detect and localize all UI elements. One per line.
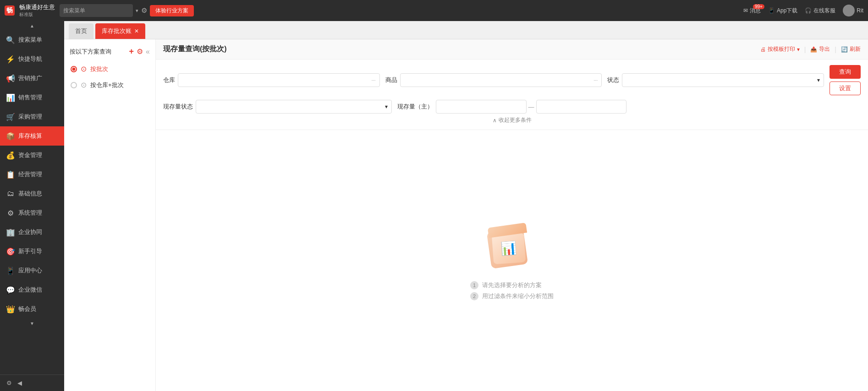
query-button[interactable]: 查询: [830, 65, 861, 79]
inventory-icon: 📦: [6, 132, 15, 140]
dropdown-arrow-icon[interactable]: ▾: [136, 8, 138, 14]
filter-scheme-label: 按批次: [90, 65, 108, 73]
sidebar-item-shortcut[interactable]: ⚡ 快捷导航: [0, 49, 64, 69]
empty-hint-1: 1 请先选择要分析的方案: [470, 281, 554, 289]
filter-radio-inactive: [71, 82, 77, 88]
status-select[interactable]: ▾: [622, 73, 824, 87]
export-label: 导出: [819, 45, 830, 53]
sidebar-bottom: ⚙ ◀: [0, 375, 64, 391]
message-badge: 99+: [753, 4, 764, 9]
filter-collapse-icon[interactable]: «: [146, 48, 150, 56]
shortcut-icon: ⚡: [6, 55, 15, 63]
action-divider2: |: [835, 46, 836, 53]
sidebar: ▲ 🔍 搜索菜单 ⚡ 快捷导航 📢 营销推广 📊 销售管理 🛒 采购管理 📦 库…: [0, 21, 64, 391]
sidebar-item-label: 资金管理: [18, 151, 42, 159]
tab-bar: 首页 库存批次账 ✕: [64, 21, 868, 39]
filter-add-icon[interactable]: +: [129, 47, 134, 56]
online-service-button[interactable]: 🎧 在线客服: [805, 7, 835, 15]
collapse-conditions-button[interactable]: ∧ 收起更多条件: [163, 114, 861, 124]
hint-num-1: 1: [470, 281, 478, 289]
search-conditions: 仓库 ··· 商品 ···: [156, 60, 868, 130]
condition-product: 商品 ···: [385, 73, 602, 87]
settings-button[interactable]: 设置: [830, 81, 861, 95]
search-placeholder: 搜索菜单: [63, 7, 85, 15]
sidebar-collapse-icon[interactable]: ◀: [17, 380, 22, 386]
sidebar-settings-icon[interactable]: ⚙: [6, 380, 12, 386]
stock-qty-min-input[interactable]: [436, 100, 526, 114]
stock-qty-max-input[interactable]: [536, 100, 626, 114]
export-icon: 📤: [810, 46, 817, 53]
status-label: 状态: [607, 76, 619, 84]
sidebar-item-label: 采购管理: [18, 113, 42, 121]
user-name: Rit: [857, 7, 863, 14]
empty-hint-2: 2 用过滤条件来缩小分析范围: [470, 292, 554, 300]
export-button[interactable]: 📤 导出: [810, 45, 830, 53]
warehouse-input[interactable]: ···: [178, 73, 380, 87]
tab-home[interactable]: 首页: [69, 23, 93, 39]
appcenter-icon: 📱: [6, 266, 15, 275]
action-divider: |: [804, 46, 806, 53]
finance-icon: 💰: [6, 151, 15, 159]
sidebar-scroll-down[interactable]: ▼: [0, 319, 64, 328]
filter-scheme-by-batch[interactable]: ⊙ 按批次: [64, 61, 155, 77]
message-icon: ✉: [743, 7, 748, 14]
user-avatar-button[interactable]: Rit: [843, 5, 863, 16]
sidebar-item-purchase[interactable]: 🛒 采购管理: [0, 107, 64, 126]
page-title: 现存量查询(按批次): [163, 44, 756, 54]
trial-button[interactable]: 体验行业方案: [150, 5, 194, 16]
stock-status-select[interactable]: ▾: [196, 100, 392, 114]
print-label: 按模板打印: [768, 45, 795, 53]
condition-status: 状态 ▾: [607, 73, 824, 87]
sidebar-item-appcenter[interactable]: 📱 应用中心: [0, 261, 64, 280]
sidebar-item-sales[interactable]: 📊 销售管理: [0, 88, 64, 107]
collapse-icon: ∧: [493, 117, 497, 124]
filter-settings-icon[interactable]: ⚙: [137, 47, 143, 56]
sidebar-item-basics[interactable]: 🗂 基础信息: [0, 184, 64, 203]
conditions-row-2: 现存量状态 ▾ 现存量（主） —: [163, 100, 861, 114]
stock-status-dropdown-icon: ▾: [385, 103, 388, 110]
print-icon: 🖨: [760, 46, 766, 53]
sidebar-item-marketing[interactable]: 📢 营销推广: [0, 69, 64, 88]
sidebar-item-enterprise[interactable]: 🏢 企业协同: [0, 223, 64, 242]
tab-home-label: 首页: [75, 27, 87, 35]
tab-inventory-batch[interactable]: 库存批次账 ✕: [95, 23, 145, 39]
print-button[interactable]: 🖨 按模板打印 ▾: [760, 45, 800, 53]
brand-name: 畅康通好生意: [19, 3, 55, 11]
online-service-label: 在线客服: [813, 7, 835, 15]
hint-text-2: 用过滤条件来缩小分析范围: [482, 292, 554, 300]
condition-stock-status: 现存量状态 ▾: [163, 100, 392, 114]
sidebar-item-label: 销售管理: [18, 93, 42, 102]
stock-status-label: 现存量状态: [163, 103, 193, 111]
wechat-icon: 💬: [6, 286, 15, 294]
product-more-icon[interactable]: ···: [593, 77, 598, 83]
sidebar-item-search[interactable]: 🔍 搜索菜单: [0, 30, 64, 49]
filter-scheme-by-warehouse-batch[interactable]: ⊙ 按仓库+批次: [64, 77, 155, 93]
sidebar-item-system[interactable]: ⚙ 系统管理: [0, 203, 64, 223]
member-icon: 👑: [6, 305, 15, 313]
sidebar-item-label: 搜索菜单: [18, 36, 42, 44]
conditions-row-1: 仓库 ··· 商品 ···: [163, 65, 861, 95]
empty-hints: 1 请先选择要分析的方案 2 用过滤条件来缩小分析范围: [470, 281, 554, 300]
app-download-button[interactable]: 📱 App下载: [768, 7, 797, 15]
sidebar-item-inventory[interactable]: 📦 库存核算: [0, 126, 64, 146]
sidebar-item-newguide[interactable]: 🎯 新手引导: [0, 242, 64, 261]
warehouse-more-icon[interactable]: ···: [372, 77, 376, 83]
sidebar-item-finance[interactable]: 💰 资金管理: [0, 146, 64, 165]
condition-warehouse: 仓库 ···: [163, 73, 380, 87]
sidebar-item-wechat[interactable]: 💬 企业微信: [0, 280, 64, 299]
tab-close-icon[interactable]: ✕: [134, 28, 139, 34]
condition-stock-qty: 现存量（主） —: [397, 100, 626, 114]
sidebar-scroll-up[interactable]: ▲: [0, 21, 64, 30]
sidebar-item-label: 新手引导: [18, 247, 42, 255]
sidebar-item-label: 企业微信: [18, 286, 42, 294]
gear-icon[interactable]: ⚙: [141, 6, 147, 15]
product-input[interactable]: ···: [400, 73, 602, 87]
menu-search-box[interactable]: 搜索菜单: [60, 4, 133, 17]
purchase-icon: 🛒: [6, 113, 15, 121]
messages-button[interactable]: ✉ 消息 99+: [743, 7, 761, 15]
batch-icon: ⊙: [81, 65, 87, 73]
refresh-button[interactable]: 🔄 刷新: [841, 45, 861, 53]
operations-icon: 📋: [6, 170, 15, 179]
sidebar-item-member[interactable]: 👑 畅会员: [0, 299, 64, 319]
sidebar-item-operations[interactable]: 📋 经营管理: [0, 165, 64, 184]
